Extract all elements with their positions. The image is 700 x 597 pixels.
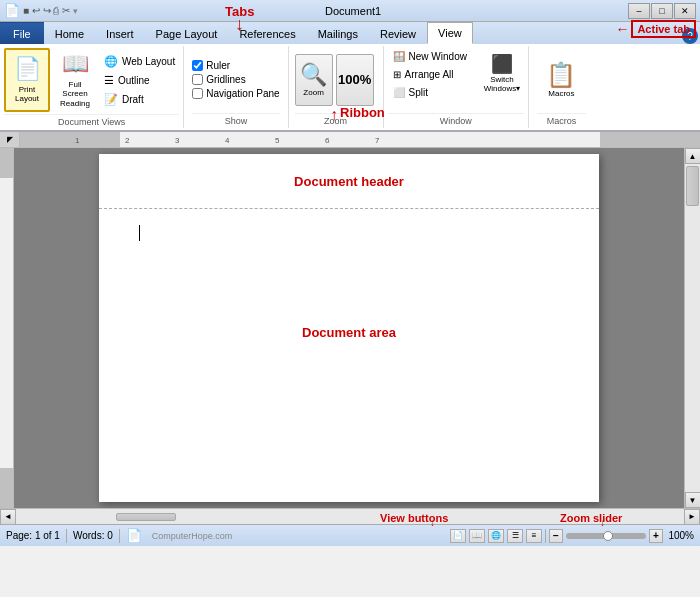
view-btn-outline[interactable]: ☰ [507, 529, 523, 543]
full-screen-label: Full Screen Reading [55, 80, 95, 109]
document[interactable]: Document header Document area [99, 154, 599, 502]
zoom-slider-track[interactable] [566, 533, 646, 539]
document-header: Document header [99, 154, 599, 209]
scroll-left-button[interactable]: ◄ [0, 509, 16, 525]
svg-rect-11 [0, 148, 14, 178]
window-group: 🪟 New Window ⊞ Arrange All ⬜ Split ⬛ Swi… [384, 46, 529, 128]
view-btn-draft[interactable]: ≡ [526, 529, 542, 543]
h-scroll-thumb[interactable] [116, 513, 176, 521]
tab-references[interactable]: References [228, 22, 306, 44]
window-group-label: Window [388, 113, 524, 126]
status-separator-1 [66, 529, 67, 543]
scroll-down-button[interactable]: ▼ [685, 492, 701, 508]
tab-view[interactable]: View [427, 22, 473, 44]
print-layout-button[interactable]: 📄 Print Layout [4, 48, 50, 112]
doc-icon-status[interactable]: 📄 [126, 528, 142, 543]
full-screen-button[interactable]: 📖 Full Screen Reading [52, 48, 98, 112]
outline-icon: ☰ [104, 74, 114, 87]
tab-insert[interactable]: Insert [95, 22, 145, 44]
minimize-button[interactable]: – [628, 3, 650, 19]
svg-text:1: 1 [75, 136, 80, 145]
scroll-right-button[interactable]: ► [684, 509, 700, 525]
ruler-ticks-svg: 1 2 3 4 5 6 7 [20, 132, 700, 148]
words-status: Words: 0 [73, 530, 113, 541]
gridlines-checkbox-label[interactable]: Gridlines [192, 74, 279, 85]
new-window-icon: 🪟 [393, 51, 405, 62]
document-title: Document1 [78, 5, 628, 17]
show-group: Ruler Gridlines Navigation Pane Show [184, 46, 288, 128]
zoom-percent-value: 100% [338, 72, 371, 87]
zoom-percent-status: 100% [666, 530, 694, 541]
svg-text:5: 5 [275, 136, 280, 145]
zoom-percent-button[interactable]: 100% [336, 54, 374, 106]
tab-home[interactable]: Home [44, 22, 95, 44]
macros-group-label: Macros [537, 113, 586, 126]
ribbon-annotation-arrow: ↑ [330, 106, 338, 124]
print-layout-icon: 📄 [14, 56, 41, 82]
close-button[interactable]: ✕ [674, 3, 696, 19]
view-buttons-annotation: View buttons [380, 512, 448, 524]
ruler-corner[interactable]: ◤ [0, 132, 20, 148]
ruler-checkbox[interactable] [192, 60, 203, 71]
document-body[interactable]: Document area [99, 209, 599, 489]
tab-mailings[interactable]: Mailings [307, 22, 369, 44]
tab-file[interactable]: File [0, 22, 44, 44]
zoom-slider-arrow-2: ↓ [600, 517, 605, 528]
svg-text:7: 7 [375, 136, 380, 145]
macros-button[interactable]: 📋 Macros [537, 52, 585, 108]
navigation-checkbox-label[interactable]: Navigation Pane [192, 88, 279, 99]
svg-text:3: 3 [175, 136, 180, 145]
scrollbar-vertical[interactable]: ▲ ▼ [684, 148, 700, 508]
active-tab-annotation: ← Active tab [615, 20, 696, 38]
ribbon: 📄 Print Layout 📖 Full Screen Reading 🌐 W… [0, 44, 700, 132]
outline-button[interactable]: ☰ Outline [100, 72, 179, 89]
svg-text:4: 4 [225, 136, 230, 145]
status-separator-2 [119, 529, 120, 543]
svg-rect-13 [0, 468, 14, 508]
document-header-label: Document header [294, 174, 404, 189]
status-bar: Page: 1 of 1 Words: 0 📄 ComputerHope.com… [0, 524, 700, 546]
window-controls[interactable]: – □ ✕ [628, 3, 696, 19]
scroll-up-button[interactable]: ▲ [685, 148, 701, 164]
view-btn-print[interactable]: 📄 [450, 529, 466, 543]
zoom-minus-button[interactable]: − [549, 529, 563, 543]
scroll-thumb[interactable] [686, 166, 699, 206]
zoom-slider-annotation: Zoom slider [560, 512, 622, 524]
svg-rect-12 [0, 178, 14, 468]
document-container: Document header Document area [14, 148, 684, 508]
navigation-checkbox[interactable] [192, 88, 203, 99]
draft-button[interactable]: 📝 Draft [100, 91, 179, 108]
full-screen-icon: 📖 [62, 51, 89, 77]
view-btn-fullscreen[interactable]: 📖 [469, 529, 485, 543]
site-label: ComputerHope.com [152, 531, 233, 541]
ruler-checkbox-label[interactable]: Ruler [192, 60, 279, 71]
new-window-button[interactable]: 🪟 New Window [388, 48, 472, 65]
split-icon: ⬜ [393, 87, 405, 98]
switch-windows-icon: ⬛ [491, 53, 513, 75]
view-btn-web[interactable]: 🌐 [488, 529, 504, 543]
draft-icon: 📝 [104, 93, 118, 106]
print-layout-label: Print Layout [8, 85, 46, 104]
zoom-button[interactable]: 🔍 Zoom [295, 54, 333, 106]
zoom-slider-thumb[interactable] [603, 531, 613, 541]
macros-icon: 📋 [546, 61, 576, 89]
zoom-plus-button[interactable]: + [649, 529, 663, 543]
ruler-horizontal: 1 2 3 4 5 6 7 [20, 132, 700, 147]
macros-group: 📋 Macros Macros [529, 46, 594, 128]
gridlines-checkbox[interactable] [192, 74, 203, 85]
ruler-vertical [0, 148, 14, 508]
show-group-label: Show [192, 113, 279, 126]
tab-review[interactable]: Review [369, 22, 427, 44]
ruler-v-ticks [0, 148, 14, 508]
switch-windows-button[interactable]: ⬛ Switch Windows▾ [480, 48, 524, 98]
restore-button[interactable]: □ [651, 3, 673, 19]
split-button[interactable]: ⬜ Split [388, 84, 472, 101]
document-views-group: 📄 Print Layout 📖 Full Screen Reading 🌐 W… [0, 46, 184, 128]
arrange-icon: ⊞ [393, 69, 401, 80]
tab-page-layout[interactable]: Page Layout [145, 22, 229, 44]
svg-rect-1 [120, 132, 600, 148]
title-bar: 📄 ■ ↩ ↪ ⎙ ✂ ▾ Document1 – □ ✕ [0, 0, 700, 22]
arrange-all-button[interactable]: ⊞ Arrange All [388, 66, 472, 83]
status-separator-3 [545, 529, 546, 543]
web-layout-button[interactable]: 🌐 Web Layout [100, 53, 179, 70]
